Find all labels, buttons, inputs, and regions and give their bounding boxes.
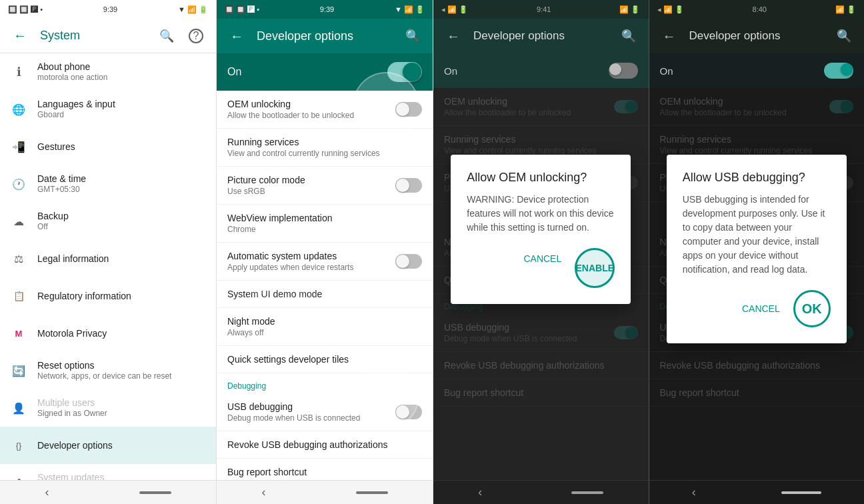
datetime-title: Date & time (37, 173, 205, 185)
usb-debugging-item[interactable]: USB debugging Debug mode when USB is con… (217, 393, 433, 431)
regulatory-icon: 📋 (11, 288, 27, 304)
dev-on-row-4[interactable]: On (649, 53, 865, 88)
oem-toggle[interactable] (395, 102, 422, 117)
night-mode-item[interactable]: Night mode Always off (217, 308, 433, 346)
usb-toggle[interactable] (395, 405, 422, 419)
nav-bar-1: ‹ (0, 480, 216, 504)
settings-content-4: OEM unlocking Allow the bootloader to be… (649, 88, 865, 480)
time-3: 9:41 (537, 5, 551, 13)
sidebar-item-motorola-privacy[interactable]: M Motorola Privacy (0, 315, 216, 352)
sidebar-item-reset[interactable]: 🔄 Reset options Network, apps, or device… (0, 352, 216, 389)
dev-on-row[interactable]: On (217, 53, 433, 91)
webview-item[interactable]: WebView implementation Chrome (217, 205, 433, 243)
signal-battery-1: ▼ 📶 🔋 (178, 5, 208, 14)
ui-demo-item[interactable]: System UI demo mode (217, 281, 433, 308)
status-left-icons: 🔲 🔲 🅿 • (8, 5, 43, 14)
search-button-2[interactable]: 🔍 (403, 27, 422, 45)
legal-title: Legal information (37, 253, 205, 265)
sidebar-item-developer[interactable]: {} Developer options (0, 427, 216, 464)
datetime-subtitle: GMT+05:30 (37, 185, 205, 195)
regulatory-title: Regulatory information (37, 290, 205, 302)
languages-subtitle: Gboard (37, 110, 205, 121)
back-button-3[interactable]: ← (444, 27, 463, 45)
sidebar-item-about-phone[interactable]: ℹ About phone motorola one action (0, 53, 216, 91)
sidebar-item-languages[interactable]: 🌐 Languages & input Gboard (0, 91, 216, 128)
sidebar-item-gestures[interactable]: 📲 Gestures (0, 128, 216, 165)
search-button-1[interactable]: 🔍 (157, 27, 176, 45)
datetime-icon: 🕐 (11, 176, 27, 192)
dev-on-toggle-3[interactable] (609, 63, 638, 79)
screen-panel-4: ◂ 📶 🔋 8:40 📶 🔋 ← Developer options 🔍 On (649, 0, 865, 504)
sidebar-item-legal[interactable]: ⚖ Legal information (0, 240, 216, 277)
status-bar-1: 🔲 🔲 🅿 • 9:39 ▼ 📶 🔋 (0, 0, 216, 19)
usb-dialog-actions: Cancel OK (683, 290, 831, 327)
nav-pill-1 (139, 491, 171, 494)
picture-color-item[interactable]: Picture color mode Use sRGB (217, 167, 433, 205)
oem-dialog-title: Allow OEM unlocking? (467, 171, 615, 185)
about-phone-subtitle: motorola one action (37, 73, 205, 83)
users-subtitle: Signed in as Owner (37, 409, 205, 419)
sidebar-item-regulatory[interactable]: 📋 Regulatory information (0, 277, 216, 315)
usb-dialog: Allow USB debugging? USB debugging is in… (667, 155, 847, 343)
debugging-label: Debugging (217, 373, 433, 393)
dev-on-row-3[interactable]: On (433, 53, 649, 88)
gestures-icon: 📲 (11, 139, 27, 155)
time-4: 8:40 (753, 5, 767, 13)
page-title-2: Developer options (257, 29, 393, 43)
system-settings-panel: 🔲 🔲 🅿 • 9:39 ▼ 📶 🔋 ← System 🔍 ? ℹ About … (0, 0, 217, 504)
search-icon-4: 🔍 (837, 29, 851, 43)
page-title-3: Developer options (473, 29, 609, 43)
quick-title: Quick settings developer tiles (227, 354, 422, 365)
nav-back-4[interactable]: ‹ (692, 485, 696, 499)
sidebar-item-system-updates[interactable]: ⬇ System updates Updated to Android 9 (0, 464, 216, 480)
running-services-item[interactable]: Running services View and control curren… (217, 129, 433, 167)
sidebar-item-datetime[interactable]: 🕐 Date & time GMT+05:30 (0, 165, 216, 203)
backup-icon: ☁ (11, 213, 27, 229)
revoke-item[interactable]: Revoke USB debugging authorizations (217, 431, 433, 459)
nav-pill-4 (781, 491, 821, 494)
developer-icon: {} (11, 437, 27, 453)
status-right-4: 📶 🔋 (835, 5, 856, 14)
nav-back-3[interactable]: ‹ (478, 485, 482, 499)
night-mode-sub: Always off (227, 328, 422, 337)
search-button-3[interactable]: 🔍 (619, 27, 638, 45)
usb-dialog-body: USB debugging is intended for developmen… (683, 193, 831, 277)
auto-updates-item[interactable]: Automatic system updates Apply updates w… (217, 243, 433, 281)
usb-sub: Debug mode when USB is connected (227, 413, 360, 423)
auto-toggle[interactable] (395, 254, 422, 269)
oem-unlocking-item[interactable]: OEM unlocking Allow the bootloader to be… (217, 91, 433, 129)
dev-on-toggle-4[interactable] (824, 63, 853, 79)
ui-demo-title: System UI demo mode (227, 289, 422, 299)
usb-cancel-btn[interactable]: Cancel (734, 298, 788, 319)
help-button-1[interactable]: ? (187, 27, 205, 45)
search-button-4[interactable]: 🔍 (835, 27, 853, 45)
sidebar-item-multiple-users[interactable]: 👤 Multiple users Signed in as Owner (0, 389, 216, 427)
auto-sub: Apply updates when device restarts (227, 263, 353, 272)
reset-title: Reset options (37, 359, 205, 371)
notification-icons: 🔲 🔲 🅿 • (8, 5, 43, 14)
legal-icon: ⚖ (11, 251, 27, 267)
running-sub: View and control currently running servi… (227, 149, 422, 158)
backup-subtitle: Off (37, 222, 205, 233)
status-right-2: ▼ 📶 🔋 (395, 5, 425, 14)
oem-enable-btn[interactable]: Enable (575, 248, 615, 288)
nav-bar-3: ‹ (433, 480, 649, 504)
bug-report-item[interactable]: Bug report shortcut (217, 459, 433, 480)
nav-back-1[interactable]: ‹ (45, 485, 49, 499)
picture-toggle[interactable] (395, 178, 422, 193)
status-bar-3: ◂ 📶 🔋 9:41 📶 🔋 (433, 0, 649, 19)
dev-on-toggle[interactable] (387, 62, 422, 82)
right-section: ◂ 📶 🔋 9:41 📶 🔋 ← Developer options 🔍 On (433, 0, 864, 504)
oem-cancel-btn[interactable]: Cancel (515, 248, 569, 288)
oem-title: OEM unlocking (227, 99, 354, 109)
nav-back-2[interactable]: ‹ (262, 485, 266, 499)
status-bar-4: ◂ 📶 🔋 8:40 📶 🔋 (649, 0, 865, 19)
oem-dialog-body: WARNING: Device protection features will… (467, 193, 615, 235)
sidebar-item-backup[interactable]: ☁ Backup Off (0, 203, 216, 240)
usb-ok-btn[interactable]: OK (793, 290, 831, 327)
back-button-4[interactable]: ← (660, 27, 679, 45)
webview-title: WebView implementation (227, 213, 422, 223)
back-button-2[interactable]: ← (227, 27, 246, 45)
quick-settings-item[interactable]: Quick settings developer tiles (217, 346, 433, 373)
back-button-1[interactable]: ← (11, 27, 29, 45)
